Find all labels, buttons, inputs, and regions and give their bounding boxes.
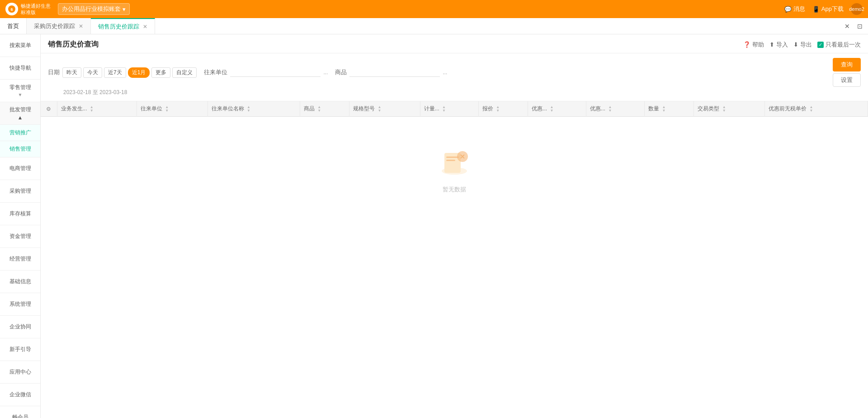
date-btn-7days[interactable]: 近7天 <box>104 67 126 78</box>
logo-text: 畅捷通好生意 标准版 <box>21 3 51 16</box>
sidebar-item-enterprise-collab[interactable]: 企业协同 <box>0 316 40 338</box>
sort-arrows-quote[interactable]: ▲▼ <box>496 105 500 113</box>
header-right: 💬 消息 📱 App下载 demo2 <box>784 3 863 15</box>
tab-sales-history[interactable]: 销售历史价跟踪 ✕ <box>91 18 155 34</box>
sidebar-item-purchase-mgmt[interactable]: 采购管理 <box>0 180 40 203</box>
sort-arrows-partner-name[interactable]: ▲▼ <box>247 105 250 113</box>
th-biz-date: 业务发生... ▲▼ <box>57 101 137 117</box>
sidebar-item-inventory[interactable]: 库存核算 <box>0 203 40 225</box>
goods-input[interactable] <box>349 68 440 77</box>
svg-text:6: 6 <box>10 7 13 12</box>
avatar: demo2 <box>851 3 863 15</box>
sidebar-item-member[interactable]: 畅会员 <box>0 406 40 418</box>
sort-arrows-goods[interactable]: ▲▼ <box>317 105 321 113</box>
th-settings: ⚙ <box>41 101 57 117</box>
svg-rect-5 <box>446 160 455 161</box>
sort-arrows-quantity[interactable]: ▲▼ <box>662 105 665 113</box>
goods-filter-group: 商品 ... <box>335 68 447 77</box>
empty-state: 暂无数据 <box>41 117 868 221</box>
th-pre-tax-price: 优惠前无税单价 ▲▼ <box>765 101 868 117</box>
sort-arrows-trade-type[interactable]: ▲▼ <box>722 105 726 113</box>
table-wrapper: ⚙ 业务发生... ▲▼ 往来单位 ▲▼ 往来单位名称 <box>41 101 868 418</box>
partner-dots: ... <box>323 69 328 76</box>
partner-filter-group: 往来单位 ... <box>204 68 328 77</box>
th-quote: 报价 ▲▼ <box>478 101 528 117</box>
tab-purchase-history-close[interactable]: ✕ <box>79 23 83 29</box>
page-title: 销售历史价查询 <box>48 40 99 49</box>
sort-arrows-unit[interactable]: ▲▼ <box>442 105 446 113</box>
page-container: 销售历史价查询 ❓ 帮助 ⬆ 导入 ⬇ 导出 ✓ <box>41 34 868 418</box>
table-settings-icon[interactable]: ⚙ <box>46 106 51 112</box>
top-header: 6 畅捷通好生意 标准版 办公用品行业模拟账套 ▾ 💬 消息 📱 App下载 d… <box>0 0 868 18</box>
import-btn[interactable]: ⬆ 导入 <box>769 41 788 49</box>
message-btn[interactable]: 💬 消息 <box>784 5 805 13</box>
main-layout: 搜索菜单 快捷导航 零售管理 ▼ 批发管理 ▲ 营销推广 销售管理 电商管理 采… <box>0 34 868 418</box>
sort-arrows-biz-date[interactable]: ▲▼ <box>90 105 94 113</box>
sidebar-item-retail-mgmt[interactable]: 零售管理 ▼ <box>0 80 40 102</box>
sidebar-item-search-menu[interactable]: 搜索菜单 <box>0 34 40 57</box>
sort-arrows-discount2[interactable]: ▲▼ <box>608 105 612 113</box>
sidebar-item-enterprise-wechat[interactable]: 企业微信 <box>0 384 40 406</box>
empty-text: 暂无数据 <box>443 185 466 194</box>
user-area[interactable]: demo2 <box>851 3 863 15</box>
chevron-up-icon: ▲ <box>18 114 23 121</box>
checkbox-icon: ✓ <box>817 42 824 48</box>
sort-arrows-pre-tax-price[interactable]: ▲▼ <box>809 105 813 113</box>
date-filter-group: 日期 昨天 今天 近7天 近1月 更多 自定义 <box>48 67 197 78</box>
filter-row: 日期 昨天 今天 近7天 近1月 更多 自定义 往来单位 <box>48 58 861 87</box>
tab-bar-actions: ✕ ⊡ <box>839 18 868 34</box>
logo-icon: 6 <box>5 3 18 15</box>
date-btn-today[interactable]: 今天 <box>83 67 102 78</box>
page-header-actions: ❓ 帮助 ⬆ 导入 ⬇ 导出 ✓ 只看最后一次 <box>743 41 861 49</box>
date-btn-yesterday[interactable]: 昨天 <box>62 67 81 78</box>
sidebar-item-quick-nav[interactable]: 快捷导航 <box>0 57 40 80</box>
table-header-row: ⚙ 业务发生... ▲▼ 往来单位 ▲▼ 往来单位名称 <box>41 101 868 117</box>
query-btn[interactable]: 查询 <box>833 58 861 71</box>
sort-arrows-discount1[interactable]: ▲▼ <box>550 105 553 113</box>
th-trade-type: 交易类型 ▲▼ <box>694 101 765 117</box>
sidebar-item-basic-info[interactable]: 基础信息 <box>0 271 40 293</box>
help-btn[interactable]: ❓ 帮助 <box>743 41 764 49</box>
import-icon: ⬆ <box>769 41 774 48</box>
tab-sales-history-close[interactable]: ✕ <box>143 24 147 30</box>
sidebar-item-marketing[interactable]: 营销推广 <box>0 125 40 141</box>
sidebar-item-ecommerce-mgmt[interactable]: 电商管理 <box>0 157 40 180</box>
th-spec: 规格型号 ▲▼ <box>349 101 420 117</box>
tab-purchase-history[interactable]: 采购历史价跟踪 ✕ <box>27 18 91 34</box>
th-quantity: 数量 ▲▼ <box>645 101 694 117</box>
data-table: ⚙ 业务发生... ▲▼ 往来单位 ▲▼ 往来单位名称 <box>41 101 868 117</box>
tab-home[interactable]: 首页 <box>0 18 27 34</box>
export-icon: ⬇ <box>793 41 798 48</box>
sidebar-item-sales-mgmt[interactable]: 销售管理 <box>0 141 40 157</box>
date-buttons: 昨天 今天 近7天 近1月 更多 自定义 <box>62 67 197 78</box>
th-partner-name: 往来单位名称 ▲▼ <box>208 101 300 117</box>
download-icon: 📱 <box>812 6 820 13</box>
tab-bar: 首页 采购历史价跟踪 ✕ 销售历史价跟踪 ✕ ✕ ⊡ <box>0 18 868 34</box>
sort-arrows-spec[interactable]: ▲▼ <box>377 105 381 113</box>
export-btn[interactable]: ⬇ 导出 <box>793 41 812 49</box>
th-partner-code: 往来单位 ▲▼ <box>137 101 208 117</box>
sort-arrows-partner-code[interactable]: ▲▼ <box>165 105 169 113</box>
sidebar-item-newcomer-guide[interactable]: 新手引导 <box>0 338 40 361</box>
header-center: 办公用品行业模拟账套 ▾ <box>51 3 784 15</box>
logo-area: 6 畅捷通好生意 标准版 <box>5 3 51 16</box>
date-btn-more[interactable]: 更多 <box>151 67 170 78</box>
app-dropdown[interactable]: 办公用品行业模拟账套 ▾ <box>58 3 130 15</box>
sidebar-item-wholesale-mgmt[interactable]: 批发管理 ▲ <box>0 102 40 125</box>
partner-input[interactable] <box>230 68 321 77</box>
app-download-btn[interactable]: 📱 App下载 <box>812 5 844 13</box>
settings-btn[interactable]: 设置 <box>833 73 861 87</box>
only-last-checkbox[interactable]: ✓ 只看最后一次 <box>817 41 861 49</box>
th-unit: 计量... ▲▼ <box>420 101 478 117</box>
chevron-down-icon: ▼ <box>18 92 23 97</box>
window-max-btn[interactable]: ⊡ <box>855 22 864 31</box>
sidebar-item-app-center[interactable]: 应用中心 <box>0 361 40 384</box>
window-close-btn[interactable]: ✕ <box>843 22 852 31</box>
sidebar-item-system-mgmt[interactable]: 系统管理 <box>0 293 40 316</box>
date-btn-1month[interactable]: 近1月 <box>128 67 150 78</box>
goods-label: 商品 <box>335 68 347 76</box>
sidebar-item-finance-mgmt[interactable]: 资金管理 <box>0 225 40 248</box>
sidebar-item-operations-mgmt[interactable]: 经营管理 <box>0 248 40 271</box>
page-header: 销售历史价查询 ❓ 帮助 ⬆ 导入 ⬇ 导出 ✓ <box>41 34 868 53</box>
date-btn-custom[interactable]: 自定义 <box>172 67 197 78</box>
